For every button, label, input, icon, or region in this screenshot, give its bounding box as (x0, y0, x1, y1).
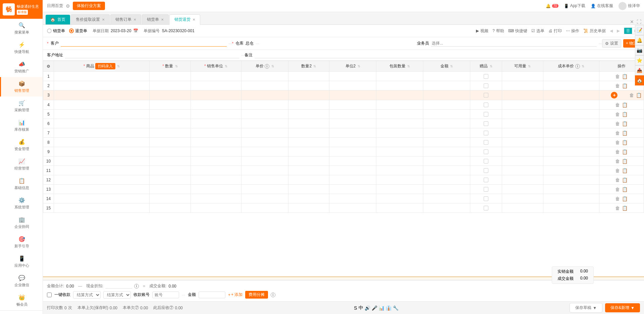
cost-price-cell[interactable] (543, 194, 599, 203)
pack-qty-cell[interactable] (376, 185, 423, 194)
gift-sort[interactable]: ⇅ (490, 64, 492, 68)
gift-cell[interactable] (470, 128, 502, 138)
gift-checkbox[interactable] (484, 131, 488, 135)
delete-icon[interactable]: 🗑 (615, 74, 620, 79)
unit-cell[interactable] (191, 156, 241, 166)
copy-icon[interactable]: 📋 (622, 74, 628, 79)
qty-sort[interactable]: ⇅ (175, 64, 178, 68)
qty-cell[interactable] (150, 119, 191, 128)
cost-price-cell[interactable] (543, 185, 599, 194)
gift-cell[interactable] (470, 138, 502, 147)
cost-price-cell[interactable] (543, 128, 599, 138)
price-cell[interactable] (241, 185, 288, 194)
amount-cell[interactable] (423, 90, 470, 100)
copy-icon[interactable]: 📋 (622, 149, 628, 154)
unit-cell[interactable] (191, 185, 241, 194)
qty2-cell[interactable] (288, 194, 329, 203)
cost-price-cell[interactable] (543, 72, 599, 81)
qty-cell[interactable] (150, 203, 191, 213)
unit-cell[interactable] (191, 119, 241, 128)
add-row-button[interactable]: + (611, 92, 618, 99)
right-btn-2[interactable]: 🔔 (635, 35, 644, 45)
qty-cell[interactable] (150, 147, 191, 156)
product-cell[interactable] (54, 147, 150, 156)
cost-price-cell[interactable] (543, 156, 599, 166)
gift-cell[interactable] (470, 90, 502, 100)
gift-cell[interactable] (470, 194, 502, 203)
delete-icon[interactable]: 🗑 (615, 159, 620, 164)
available-cell[interactable] (502, 194, 543, 203)
warehouse-dots[interactable]: ··· (256, 41, 259, 46)
gift-checkbox[interactable] (484, 83, 488, 88)
pack-qty-cell[interactable] (376, 100, 423, 110)
unit-cell[interactable] (191, 175, 241, 185)
add-expense-button[interactable]: + + 添加 (228, 292, 243, 298)
qty2-cell[interactable] (288, 156, 329, 166)
unit2-cell[interactable] (329, 147, 376, 156)
sidebar-item-basic[interactable]: 📋 基础信息 (0, 174, 43, 194)
gift-checkbox[interactable] (484, 93, 488, 98)
gift-checkbox[interactable] (484, 187, 488, 192)
notification-item[interactable]: 🔔 70 (546, 4, 558, 8)
header-gear-icon[interactable]: ⚙ (66, 3, 70, 9)
amount-cell[interactable] (423, 203, 470, 213)
online-service-item[interactable]: 👤 在线客服 (591, 3, 613, 9)
product-cell[interactable] (54, 166, 150, 175)
calendar-icon[interactable]: 📅 (133, 28, 138, 33)
available-cell[interactable] (502, 110, 543, 119)
product-cell[interactable] (54, 81, 150, 90)
gift-checkbox[interactable] (484, 196, 488, 201)
qty-cell[interactable] (150, 175, 191, 185)
amount-cell[interactable] (423, 72, 470, 81)
pack-qty-cell[interactable] (376, 128, 423, 138)
qty-cell[interactable] (150, 194, 191, 203)
pack-qty-cell[interactable] (376, 81, 423, 90)
tab-home[interactable]: 🏠 首页 (46, 15, 70, 24)
gift-cell[interactable] (470, 110, 502, 119)
cost-price-cell[interactable] (543, 203, 599, 213)
pack-qty-cell[interactable] (376, 166, 423, 175)
gift-cell[interactable] (470, 156, 502, 166)
price-cell[interactable] (241, 175, 288, 185)
unit-cell[interactable] (191, 147, 241, 156)
close-tab-btn[interactable]: ✕ (630, 19, 634, 24)
qty2-cell[interactable] (288, 90, 329, 100)
right-btn-5[interactable]: 📤 (635, 65, 644, 75)
copy-icon[interactable]: 📋 (622, 187, 628, 192)
price-info-icon[interactable]: ℹ (265, 64, 269, 69)
unit2-cell[interactable] (329, 203, 376, 213)
available-cell[interactable] (502, 175, 543, 185)
tab-sale-return[interactable]: 销货退货 ✕ (169, 14, 200, 25)
gift-cell[interactable] (470, 147, 502, 156)
qty2-cell[interactable] (288, 81, 329, 90)
sidebar-item-newbie[interactable]: 🎯 新手引导 (0, 233, 43, 252)
delete-icon[interactable]: 🗑 (615, 187, 620, 192)
qty2-cell[interactable] (288, 72, 329, 81)
amount-cell[interactable] (423, 100, 470, 110)
pack-qty-cell[interactable] (376, 203, 423, 213)
pack-qty-cell[interactable] (376, 138, 423, 147)
unit-cell[interactable] (191, 138, 241, 147)
available-cell[interactable] (502, 147, 543, 156)
app-download-item[interactable]: 📱 App下载 (564, 3, 585, 9)
price-cell[interactable] (241, 156, 288, 166)
delete-icon[interactable]: 🗑 (615, 121, 620, 126)
expense-split-button[interactable]: 费用分摊 (245, 291, 268, 299)
right-btn-3[interactable]: 📷 (635, 45, 644, 55)
product-cell[interactable] (54, 185, 150, 194)
copy-icon[interactable]: 📋 (622, 140, 628, 145)
qty2-cell[interactable] (288, 147, 329, 156)
video-btn[interactable]: ▶ 视频 (476, 28, 488, 34)
delete-icon[interactable]: 🗑 (615, 149, 620, 154)
unit-cell[interactable] (191, 100, 241, 110)
shortcut-btn[interactable]: ⌨ 快捷键 (508, 28, 527, 34)
product-cell[interactable] (54, 119, 150, 128)
unit-cell[interactable] (191, 90, 241, 100)
unit-cell[interactable] (191, 166, 241, 175)
expense-info-icon[interactable]: ℹ (271, 293, 275, 297)
pack-sort[interactable]: ⇅ (407, 64, 410, 68)
qty2-sort[interactable]: ⇅ (313, 64, 316, 68)
operate-btn[interactable]: ⋯ 操作 (566, 28, 579, 34)
sidebar-item-inventory[interactable]: 📊 库存核算 (0, 116, 43, 135)
cost-price-cell[interactable] (543, 100, 599, 110)
